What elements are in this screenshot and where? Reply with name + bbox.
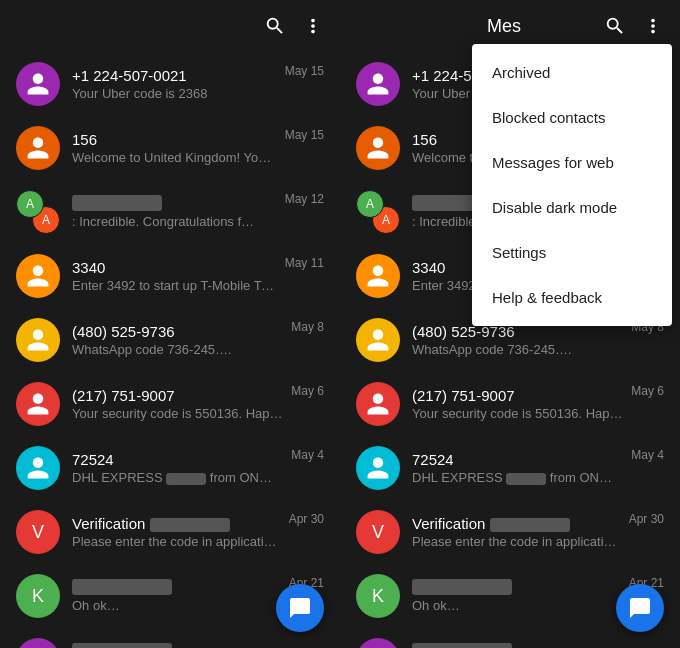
- message-content: (480) 525-9736 WhatsApp code 736-245….: [72, 323, 283, 357]
- messages-list: +1 224-507-0021 Your Uber code is 2368 M…: [0, 52, 340, 648]
- avatar: V: [356, 510, 400, 554]
- dropdown-menu: ArchivedBlocked contactsMessages for web…: [472, 44, 672, 326]
- message-time: May 6: [631, 382, 664, 398]
- header-actions-right: [604, 15, 664, 37]
- avatar: K: [16, 574, 60, 618]
- message-item[interactable]: Thank you: [0, 628, 340, 648]
- message-preview: Your security code is 550136. Happy…: [412, 406, 623, 421]
- message-preview: Your Uber code is 2368: [72, 86, 277, 101]
- message-sender: 72524: [412, 451, 623, 468]
- message-content: 156 Welcome to United Kingdom! Your T…: [72, 131, 277, 165]
- message-content: Verification Please enter the code in ap…: [412, 515, 621, 549]
- message-time: Apr 30: [289, 510, 324, 526]
- message-time: May 15: [285, 126, 324, 142]
- message-content: : Incredible. Congratulations f…: [72, 195, 277, 229]
- message-time: May 15: [285, 62, 324, 78]
- compose-fab-right[interactable]: [616, 584, 664, 632]
- header-actions: [264, 15, 324, 37]
- avatar: A: [356, 190, 384, 218]
- message-preview: DHL EXPRESS from ON…: [412, 470, 623, 485]
- avatar: [356, 382, 400, 426]
- more-options-icon[interactable]: [302, 15, 324, 37]
- avatar: K: [356, 574, 400, 618]
- message-preview: Oh ok…: [412, 598, 621, 613]
- message-sender: 72524: [72, 451, 283, 468]
- avatar: [356, 446, 400, 490]
- message-time: May 4: [291, 446, 324, 462]
- message-item[interactable]: 156 Welcome to United Kingdom! Your T… M…: [0, 116, 340, 180]
- message-sender: Verification: [412, 515, 621, 532]
- message-preview: Welcome to United Kingdom! Your T…: [72, 150, 277, 165]
- message-content: (480) 525-9736 WhatsApp code 736-245….: [412, 323, 623, 357]
- message-time: May 4: [631, 446, 664, 462]
- message-time: May 12: [285, 190, 324, 206]
- dropdown-item-help[interactable]: Help & feedback: [472, 275, 672, 320]
- avatar: [16, 446, 60, 490]
- message-time: May 11: [285, 254, 324, 270]
- avatar-group: A A: [16, 190, 60, 234]
- message-preview: DHL EXPRESS from ON…: [72, 470, 283, 485]
- message-time: Apr 30: [629, 510, 664, 526]
- avatar: [356, 254, 400, 298]
- message-item[interactable]: 72524 DHL EXPRESS from ON… May 4: [340, 436, 680, 500]
- message-preview: WhatsApp code 736-245….: [412, 342, 623, 357]
- message-item[interactable]: A A : Incredible. Congratulations f… May…: [0, 180, 340, 244]
- message-content: Oh ok…: [72, 579, 281, 613]
- message-item[interactable]: (217) 751-9007 Your security code is 550…: [0, 372, 340, 436]
- dropdown-item-settings[interactable]: Settings: [472, 230, 672, 275]
- avatar: [356, 126, 400, 170]
- app-header: [0, 0, 340, 52]
- message-item[interactable]: Thank you: [340, 628, 680, 648]
- message-item[interactable]: V Verification Please enter the code in …: [0, 500, 340, 564]
- more-options-icon-right[interactable]: [642, 15, 664, 37]
- compose-fab[interactable]: [276, 584, 324, 632]
- avatar: [16, 254, 60, 298]
- message-content: 72524 DHL EXPRESS from ON…: [72, 451, 283, 485]
- left-panel: +1 224-507-0021 Your Uber code is 2368 M…: [0, 0, 340, 648]
- dropdown-item-blocked[interactable]: Blocked contacts: [472, 95, 672, 140]
- message-preview: WhatsApp code 736-245….: [72, 342, 283, 357]
- avatar: A: [16, 190, 44, 218]
- message-preview: Please enter the code in application …: [72, 534, 281, 549]
- dropdown-item-darkmode[interactable]: Disable dark mode: [472, 185, 672, 230]
- message-sender: Verification: [72, 515, 281, 532]
- message-sender: 3340: [72, 259, 277, 276]
- message-time: May 6: [291, 382, 324, 398]
- avatar: V: [16, 510, 60, 554]
- avatar: [356, 318, 400, 362]
- message-sender: [412, 579, 621, 596]
- message-sender: (217) 751-9007: [72, 387, 283, 404]
- message-sender: +1 224-507-0021: [72, 67, 277, 84]
- message-sender: [72, 643, 324, 648]
- message-item[interactable]: (217) 751-9007 Your security code is 550…: [340, 372, 680, 436]
- avatar-group: A A: [356, 190, 400, 234]
- message-preview: Please enter the code in application …: [412, 534, 621, 549]
- message-item[interactable]: 3340 Enter 3492 to start up T-Mobile Tue…: [0, 244, 340, 308]
- message-item[interactable]: +1 224-507-0021 Your Uber code is 2368 M…: [0, 52, 340, 116]
- search-icon[interactable]: [264, 15, 286, 37]
- message-sender: [412, 643, 664, 648]
- avatar: [16, 62, 60, 106]
- avatar: [16, 126, 60, 170]
- avatar: [356, 638, 400, 648]
- message-sender: 156: [72, 131, 277, 148]
- message-sender: (480) 525-9736: [72, 323, 283, 340]
- message-item[interactable]: V Verification Please enter the code in …: [340, 500, 680, 564]
- avatar: [16, 638, 60, 648]
- app-title-right: Mes: [404, 16, 604, 37]
- avatar: [356, 62, 400, 106]
- message-item[interactable]: 72524 DHL EXPRESS from ON… May 4: [0, 436, 340, 500]
- message-preview: Your security code is 550136. Happy…: [72, 406, 283, 421]
- message-sender: [72, 579, 281, 596]
- dropdown-item-archived[interactable]: Archived: [472, 50, 672, 95]
- message-content: 3340 Enter 3492 to start up T-Mobile Tue…: [72, 259, 277, 293]
- message-sender: (217) 751-9007: [412, 387, 623, 404]
- search-icon-right[interactable]: [604, 15, 626, 37]
- dropdown-item-web[interactable]: Messages for web: [472, 140, 672, 185]
- message-time: May 8: [291, 318, 324, 334]
- message-content: Verification Please enter the code in ap…: [72, 515, 281, 549]
- avatar: [16, 382, 60, 426]
- message-item[interactable]: (480) 525-9736 WhatsApp code 736-245…. M…: [0, 308, 340, 372]
- right-panel: Mes +1 224-507-0021 Your Uber code is 23…: [340, 0, 680, 648]
- message-sender: [72, 195, 277, 212]
